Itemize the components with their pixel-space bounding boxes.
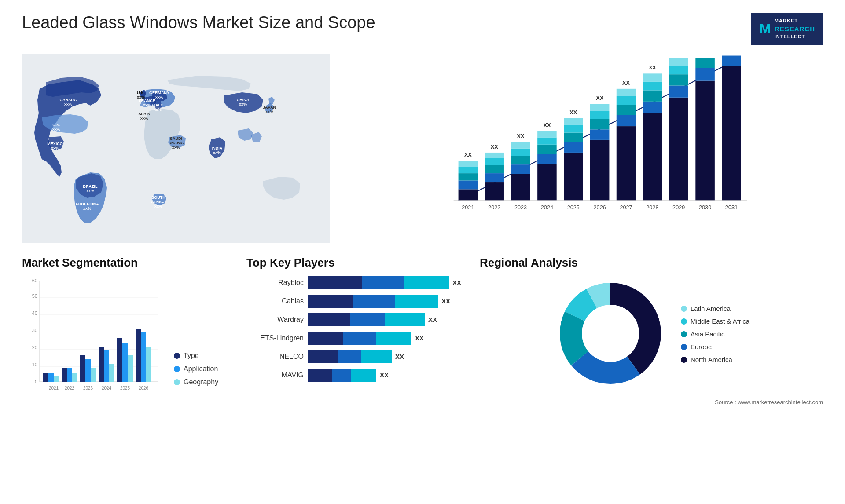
svg-text:2026: 2026 (139, 386, 149, 391)
svg-rect-81 (643, 81, 662, 90)
svg-rect-141 (122, 343, 128, 382)
player-bar-wrap: XX (308, 369, 467, 382)
svg-text:xx%: xx% (64, 102, 72, 106)
svg-text:2021: 2021 (49, 386, 59, 391)
reg-legend-mea: Middle East & Africa (681, 318, 749, 325)
svg-rect-129 (67, 368, 72, 382)
svg-text:XX: XX (491, 144, 498, 150)
svg-rect-130 (72, 373, 77, 382)
donut-chart-svg (553, 276, 668, 391)
player-bar-multi (308, 369, 376, 382)
latin-label: Latin America (691, 305, 731, 312)
player-bar-wrap: XX (308, 295, 467, 308)
player-label: XX (452, 279, 461, 286)
svg-text:60: 60 (32, 278, 37, 283)
geography-label: Geography (184, 378, 218, 386)
donut-chart-wrap (553, 276, 668, 392)
svg-text:XX: XX (596, 95, 603, 101)
svg-rect-132 (80, 355, 85, 382)
svg-rect-75 (617, 96, 636, 105)
player-bar-wrap: XX (308, 332, 467, 345)
player-label: XX (415, 334, 424, 342)
svg-rect-36 (459, 189, 478, 200)
svg-text:XX: XX (569, 110, 577, 116)
svg-text:XX: XX (675, 54, 683, 55)
svg-rect-86 (669, 74, 688, 85)
svg-text:xx%: xx% (154, 204, 162, 208)
svg-rect-44 (485, 165, 504, 173)
svg-rect-69 (590, 111, 610, 119)
bar-chart-container: XX XX XX XX (348, 54, 823, 243)
svg-text:CANADA: CANADA (60, 98, 77, 102)
svg-rect-67 (590, 129, 610, 140)
svg-text:xx%: xx% (155, 95, 163, 99)
svg-text:U.S.: U.S. (52, 123, 60, 127)
seg-legend-type: Type (174, 352, 218, 360)
svg-text:xx%: xx% (52, 127, 60, 131)
svg-rect-45 (485, 158, 504, 165)
na-dot (681, 357, 687, 363)
logo-text: MARKET RESEARCH INTELLECT (775, 18, 815, 40)
player-name: MAVIG (246, 371, 304, 379)
svg-text:2031: 2031 (725, 205, 738, 211)
svg-rect-54 (537, 164, 557, 200)
svg-text:xx%: xx% (140, 116, 148, 121)
svg-text:2030: 2030 (699, 205, 711, 211)
svg-rect-105 (722, 66, 741, 201)
svg-rect-42 (485, 182, 504, 201)
svg-text:MEXICO: MEXICO (47, 142, 63, 146)
svg-text:INDIA: INDIA (212, 146, 223, 150)
svg-rect-146 (146, 347, 151, 382)
svg-rect-58 (537, 131, 557, 138)
svg-text:0: 0 (35, 379, 37, 384)
logo-box: M MARKET RESEARCH INTELLECT (751, 13, 823, 45)
svg-rect-62 (564, 132, 583, 142)
reg-legend-europe: Europe (681, 343, 749, 351)
svg-text:SAUDI: SAUDI (170, 136, 182, 141)
svg-rect-50 (511, 156, 530, 164)
logo-line2: RESEARCH (775, 24, 815, 33)
segmentation-title: Market Segmentation (22, 256, 233, 270)
na-label: North America (691, 356, 732, 363)
svg-rect-126 (54, 376, 59, 382)
logo-line3: INTELLECT (775, 33, 815, 40)
svg-text:2026: 2026 (594, 205, 606, 211)
latin-dot (681, 306, 687, 312)
europe-dot (681, 344, 687, 350)
svg-rect-137 (104, 350, 109, 382)
svg-text:XX: XX (517, 133, 525, 139)
players-title: Top Key Players (246, 256, 467, 270)
svg-rect-56 (537, 145, 557, 154)
source-text: Source : www.marketresearchintellect.com (480, 399, 823, 405)
svg-rect-46 (485, 153, 504, 158)
svg-rect-85 (669, 85, 688, 97)
player-name: NELCO (246, 353, 304, 361)
svg-text:xx%: xx% (143, 103, 151, 107)
seg-chart-area: 0 10 20 30 40 50 60 (22, 276, 233, 399)
seg-legend-application: Application (174, 365, 218, 373)
svg-rect-106 (722, 55, 741, 66)
reg-legend-na: North America (681, 356, 749, 363)
svg-rect-72 (617, 126, 636, 201)
player-label: XX (380, 371, 389, 379)
mea-label: Middle East & Africa (691, 318, 749, 325)
player-row: Cablas XX (246, 295, 467, 308)
svg-rect-61 (564, 142, 583, 153)
svg-rect-92 (695, 58, 715, 68)
svg-text:CHINA: CHINA (237, 98, 250, 102)
svg-rect-73 (617, 115, 636, 126)
application-dot (174, 366, 180, 372)
svg-rect-38 (459, 173, 478, 180)
logo-area: M MARKET RESEARCH INTELLECT (751, 13, 823, 45)
svg-text:20: 20 (32, 345, 37, 350)
svg-rect-51 (511, 149, 530, 156)
svg-text:xx%: xx% (213, 150, 221, 155)
player-label: XX (428, 316, 437, 323)
svg-rect-48 (511, 174, 530, 201)
svg-text:xx%: xx% (154, 107, 162, 112)
svg-text:GERMANY: GERMANY (149, 91, 169, 95)
svg-rect-76 (617, 89, 636, 96)
player-name: ETS-Lindgren (246, 334, 304, 342)
svg-text:ITALY: ITALY (152, 103, 163, 107)
svg-rect-64 (564, 118, 583, 125)
